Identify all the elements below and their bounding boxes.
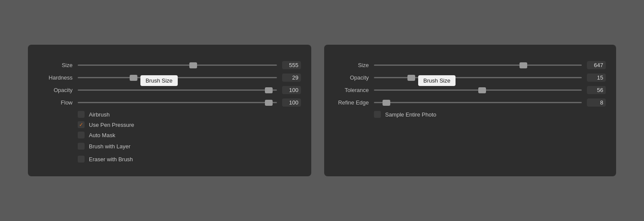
checkbox-row-use-pen-pressure[interactable]: ✓Use Pen Pressure [73,121,301,128]
slider-thumb[interactable] [189,62,197,68]
slider-track-container[interactable] [78,89,277,91]
checkbox-row-auto-mask[interactable]: Auto Mask [73,132,301,138]
checkbox-box[interactable] [374,111,381,118]
checkbox-label: Airbrush [89,111,109,118]
slider-label-size: Size [38,62,73,68]
magic-sliders-group: Size647OpacityBrush Size15Tolerance56Ref… [334,61,606,107]
slider-track-container[interactable] [374,89,582,91]
slider-track [374,77,582,78]
slider-thumb[interactable] [407,75,415,81]
slider-track [78,89,277,91]
checkbox-box[interactable] [78,143,85,150]
slider-value-tolerance[interactable]: 56 [587,86,606,94]
slider-value-opacity[interactable]: 100 [282,86,301,94]
checkbox-label: Sample Entire Photo [385,111,436,118]
slider-track [374,64,582,66]
slider-track [374,102,582,103]
slider-label-refine edge: Refine Edge [334,99,369,106]
slider-row-opacity: OpacityBrush Size15 [334,74,606,82]
slider-label-tolerance: Tolerance [334,87,369,93]
slider-thumb[interactable] [130,75,137,81]
checkbox-box[interactable] [78,156,85,163]
slider-track [374,89,582,91]
checkbox-label: Brush with Layer [89,143,131,150]
slider-value-flow[interactable]: 100 [282,98,301,107]
checkbox-box[interactable] [78,111,85,118]
brush-checkboxes-group: Airbrush✓Use Pen PressureAuto Mask [38,111,301,138]
brush-link-section: Brush with LayerEraser with Brush [38,143,301,166]
slider-value-opacity[interactable]: 15 [587,74,606,82]
slider-value-size[interactable]: 555 [282,61,301,69]
slider-label-size: Size [334,62,369,68]
slider-thumb[interactable] [478,87,486,93]
slider-track-container[interactable]: Brush Size [78,77,277,78]
slider-track [78,64,277,66]
slider-thumb[interactable] [265,100,273,106]
checkbox-box[interactable]: ✓ [78,121,85,128]
slider-track-container[interactable] [78,64,277,66]
slider-track-container[interactable] [78,102,277,103]
slider-label-opacity: Opacity [38,87,73,93]
checkbox-label: Auto Mask [89,132,115,138]
checkbox-box[interactable] [78,132,85,138]
slider-row-refine-edge: Refine Edge8 [334,98,606,107]
slider-row-opacity: Opacity100 [38,86,301,94]
slider-thumb[interactable] [383,100,390,106]
slider-track-container[interactable] [374,64,582,66]
slider-label-opacity: Opacity [334,74,369,81]
slider-row-flow: Flow100 [38,98,301,107]
checkbox-label: Use Pen Pressure [89,122,134,128]
slider-value-refine edge[interactable]: 8 [587,98,606,107]
slider-label-flow: Flow [38,99,73,106]
magic-brush-settings-panel: Size647OpacityBrush Size15Tolerance56Ref… [324,45,616,176]
slider-row-size: Size647 [334,61,606,69]
checkbox-row-sample-entire-photo[interactable]: Sample Entire Photo [369,111,606,118]
brush-settings-panel: Size555HardnessBrush Size29Opacity100Flo… [28,45,311,176]
slider-track [78,77,277,78]
slider-value-size[interactable]: 647 [587,61,606,69]
slider-row-hardness: HardnessBrush Size29 [38,74,301,82]
slider-value-hardness[interactable]: 29 [282,74,301,82]
slider-row-size: Size555 [38,61,301,69]
slider-thumb[interactable] [519,62,527,68]
magic-checkboxes-group: Sample Entire Photo [334,111,606,118]
slider-label-hardness: Hardness [38,74,73,81]
checkbox-label: Eraser with Brush [89,156,133,163]
link-label [38,143,73,144]
slider-row-tolerance: Tolerance56 [334,86,606,94]
checkbox-row-airbrush[interactable]: Airbrush [73,111,301,118]
slider-track [78,102,277,103]
checkbox-row-eraser-with-brush[interactable]: Eraser with Brush [78,156,133,163]
brush-sliders-group: Size555HardnessBrush Size29Opacity100Flo… [38,61,301,107]
checkbox-row-brush-with-layer[interactable]: Brush with Layer [78,143,133,150]
brush-link-checkboxes: Brush with LayerEraser with Brush [78,143,133,166]
slider-track-container[interactable]: Brush Size [374,77,582,78]
slider-thumb[interactable] [265,87,273,93]
panels-container: Size555HardnessBrush Size29Opacity100Flo… [19,36,625,185]
slider-track-container[interactable] [374,102,582,103]
